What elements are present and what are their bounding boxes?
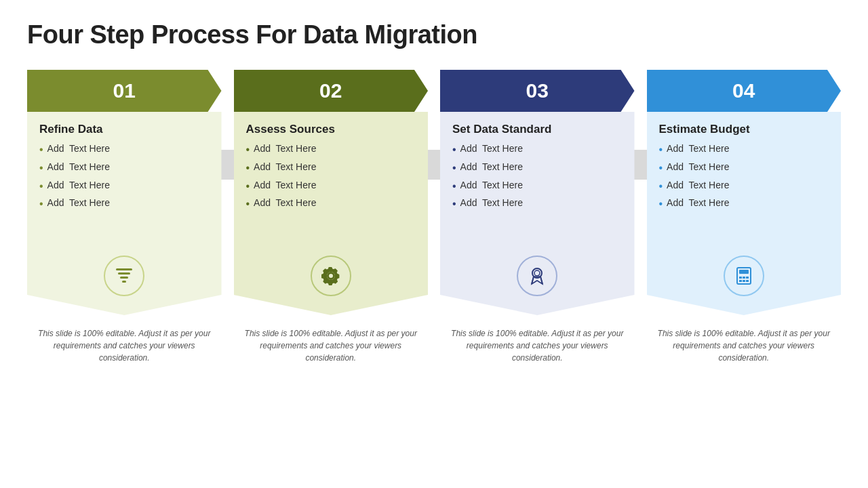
list-item: Add Text Here bbox=[659, 161, 829, 176]
card-1-icon bbox=[104, 256, 144, 296]
card-2-body: Assess Sources Add Text Here Add Text He… bbox=[234, 112, 429, 315]
card-3-title: Set Data Standard bbox=[452, 123, 623, 136]
card-1-body: Refine Data Add Text Here Add Text Here … bbox=[27, 112, 222, 315]
card-4-number: 04 bbox=[647, 70, 842, 112]
card-refine-data: 01 Refine Data Add Text Here Add Text He… bbox=[27, 70, 222, 315]
svg-rect-13 bbox=[746, 277, 749, 279]
list-item: Add Text Here bbox=[39, 197, 210, 211]
card-4-body: Estimate Budget Add Text Here Add Text H… bbox=[647, 112, 842, 315]
svg-rect-1 bbox=[118, 272, 130, 274]
svg-rect-10 bbox=[739, 270, 749, 274]
list-item: Add Text Here bbox=[452, 161, 623, 176]
svg-rect-15 bbox=[743, 280, 745, 282]
list-item: Add Text Here bbox=[659, 143, 829, 157]
list-item: Add Text Here bbox=[659, 197, 829, 211]
list-item: Add Text Here bbox=[39, 143, 210, 157]
cards-row: 01 Refine Data Add Text Here Add Text He… bbox=[27, 70, 841, 315]
card-2-number: 02 bbox=[234, 70, 429, 112]
page-title: Four Step Process For Data Migration bbox=[27, 20, 841, 49]
card-1-title: Refine Data bbox=[39, 123, 210, 136]
svg-rect-0 bbox=[116, 268, 132, 270]
svg-rect-3 bbox=[122, 281, 126, 283]
list-item: Add Text Here bbox=[39, 180, 210, 194]
svg-rect-11 bbox=[739, 277, 742, 279]
card-3-list: Add Text Here Add Text Here Add Text Her… bbox=[452, 143, 623, 216]
slide: Four Step Process For Data Migration 01 … bbox=[0, 0, 868, 488]
card-set-data-standard: 03 Set Data Standard Add Text Here Add T… bbox=[440, 70, 635, 315]
card-assess-sources: 02 Assess Sources Add Text Here Add Text… bbox=[234, 70, 429, 315]
list-item: Add Text Here bbox=[246, 143, 416, 157]
list-item: Add Text Here bbox=[246, 180, 416, 194]
card-2-icon bbox=[311, 256, 351, 296]
svg-rect-14 bbox=[739, 280, 742, 282]
card-2-title: Assess Sources bbox=[246, 123, 416, 136]
settings-box-icon bbox=[320, 265, 342, 287]
card-4-title: Estimate Budget bbox=[659, 123, 829, 136]
list-item: Add Text Here bbox=[452, 197, 623, 211]
list-item: Add Text Here bbox=[246, 161, 416, 176]
card-1-list: Add Text Here Add Text Here Add Text Her… bbox=[39, 143, 210, 216]
svg-rect-12 bbox=[743, 277, 745, 279]
card-4-footer: This slide is 100% editable. Adjust it a… bbox=[647, 327, 842, 364]
filter-icon bbox=[113, 265, 135, 287]
card-estimate-budget: 04 Estimate Budget Add Text Here Add Tex… bbox=[647, 70, 842, 315]
main-content: 01 Refine Data Add Text Here Add Text He… bbox=[27, 70, 841, 474]
card-1-number: 01 bbox=[27, 70, 222, 112]
card-4-icon bbox=[724, 256, 764, 296]
svg-rect-16 bbox=[746, 280, 749, 282]
card-3-number: 03 bbox=[440, 70, 635, 112]
list-item: Add Text Here bbox=[246, 197, 416, 211]
award-icon bbox=[526, 265, 548, 287]
svg-rect-2 bbox=[120, 277, 128, 279]
list-item: Add Text Here bbox=[659, 180, 829, 194]
list-item: Add Text Here bbox=[452, 180, 623, 194]
card-4-list: Add Text Here Add Text Here Add Text Her… bbox=[659, 143, 829, 216]
card-3-icon bbox=[517, 256, 557, 296]
card-2-footer: This slide is 100% editable. Adjust it a… bbox=[234, 327, 429, 364]
calculator-icon bbox=[733, 265, 755, 287]
list-item: Add Text Here bbox=[452, 143, 623, 157]
card-3-body: Set Data Standard Add Text Here Add Text… bbox=[440, 112, 635, 315]
card-3-footer: This slide is 100% editable. Adjust it a… bbox=[440, 327, 635, 364]
list-item: Add Text Here bbox=[39, 161, 210, 176]
svg-point-5 bbox=[534, 270, 540, 276]
card-1-footer: This slide is 100% editable. Adjust it a… bbox=[27, 327, 222, 364]
card-2-list: Add Text Here Add Text Here Add Text Her… bbox=[246, 143, 416, 216]
footer-row: This slide is 100% editable. Adjust it a… bbox=[27, 327, 841, 364]
